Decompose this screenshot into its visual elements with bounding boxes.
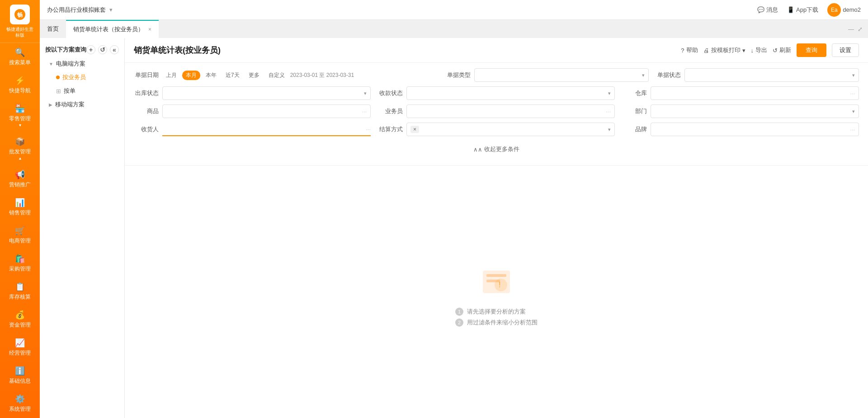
print-btn[interactable]: 🖨 按模板打印 ▾ xyxy=(703,46,745,54)
close-icon[interactable]: × xyxy=(148,26,151,33)
settings-button[interactable]: 设置 xyxy=(832,43,859,57)
tree-group-label: 移动端方案 xyxy=(55,100,85,109)
user-menu[interactable]: Ea demo2 xyxy=(827,3,861,17)
query-button[interactable]: 查询 xyxy=(797,43,826,57)
sidebar-item-label: 资金管理 xyxy=(9,321,31,329)
purchase-icon: 🛍️ xyxy=(15,254,25,264)
status-label: 单据状态 xyxy=(656,71,681,79)
ship-select[interactable]: ▾ xyxy=(162,86,371,100)
status-select[interactable]: ▾ xyxy=(684,68,859,82)
refresh-label: 刷新 xyxy=(779,46,791,54)
panel-header: 按以下方案查询 + ↺ « xyxy=(40,43,124,57)
topbar: 办公用品行业模拟账套 ▾ 💬 消息 📱 App下载 Ea demo2 xyxy=(40,0,868,20)
filter-row-1: 单据日期 上月 本月 本年 近7天 更多 自定义 2023-03-01 至 20… xyxy=(134,68,859,82)
collapse-btn[interactable]: ∧∧ 收起更多条件 xyxy=(466,142,527,156)
logo-icon: 畅 xyxy=(10,5,30,24)
sidebar-item-retail[interactable]: 🏪 零售管理 ▾ xyxy=(0,99,40,132)
chevron-down-icon: ▾ xyxy=(608,90,611,96)
tabbar: 首页 销货单统计表（按业务员） × — ⤢ xyxy=(40,20,868,38)
date-tab-this-year[interactable]: 本年 xyxy=(202,71,220,80)
page-actions: ? 帮助 🖨 按模板打印 ▾ ↓ 导出 ↺ 刷新 xyxy=(681,43,859,57)
date-tab-more[interactable]: 更多 xyxy=(245,71,263,80)
date-tab-custom[interactable]: 自定义 xyxy=(265,71,288,80)
tab-sales-stat[interactable]: 销货单统计表（按业务员） × xyxy=(66,20,159,38)
logo-text: 畅捷通好生意 标版 xyxy=(4,26,36,38)
sidebar-item-label: 基础信息 xyxy=(9,377,31,385)
sidebar-item-finance[interactable]: 💰 资金管理 xyxy=(0,305,40,333)
tab-home[interactable]: 首页 xyxy=(40,20,66,38)
tree-item-by-salesperson[interactable]: 按业务员 xyxy=(40,71,124,84)
date-label: 单据日期 xyxy=(134,71,159,79)
avatar: Ea xyxy=(827,3,841,17)
warehouse-label: 仓库 xyxy=(622,89,647,97)
dots-icon: ··· xyxy=(850,90,855,97)
goods-input[interactable]: ··· xyxy=(162,104,371,118)
page-header: 销货单统计表(按业务员) ? 帮助 🖨 按模板打印 ▾ ↓ 导出 xyxy=(125,38,868,63)
sidebar-item-search[interactable]: 🔍 搜索菜单 xyxy=(0,43,40,71)
sidebar-item-ecommerce[interactable]: 🛒 电商管理 xyxy=(0,221,40,249)
empty-illustration: ! xyxy=(474,257,519,302)
settlement-clear-btn[interactable]: × xyxy=(410,126,419,133)
type-label: 单据类型 xyxy=(446,71,471,79)
salesperson-label: 业务员 xyxy=(378,107,403,115)
sidebar-item-sales[interactable]: 📊 销售管理 xyxy=(0,193,40,221)
tree: ▼ 电脑端方案 按业务员 ⊞ 按单 ▶ 移动端方案 xyxy=(40,57,124,111)
collapse-panel-btn[interactable]: « xyxy=(110,45,119,54)
arrow-right-icon: ▶ xyxy=(49,102,52,107)
receiver-input[interactable] xyxy=(162,126,366,133)
brand-input[interactable]: ··· xyxy=(651,123,859,136)
type-select[interactable]: ▾ xyxy=(474,68,649,82)
sidebar-item-label: 搜索菜单 xyxy=(9,59,31,66)
tree-group-mobile[interactable]: ▶ 移动端方案 xyxy=(40,98,124,111)
sidebar-item-purchase[interactable]: 🛍️ 采购管理 xyxy=(0,249,40,277)
tree-item-by-order[interactable]: ⊞ 按单 xyxy=(40,84,124,98)
filter-goods: 商品 ··· xyxy=(134,104,371,118)
download-icon: 📱 xyxy=(787,6,794,13)
company-dropdown-icon[interactable]: ▾ xyxy=(109,6,113,13)
dept-select[interactable]: ▾ xyxy=(651,104,859,118)
svg-text:!: ! xyxy=(499,281,500,289)
sidebar-item-basic[interactable]: ℹ️ 基础信息 xyxy=(0,361,40,390)
svg-rect-3 xyxy=(486,274,506,277)
date-control: 上月 本月 本年 近7天 更多 自定义 2023-03-01 至 2023-03… xyxy=(162,71,439,80)
refresh-btn[interactable]: ↺ 刷新 xyxy=(773,46,791,54)
sidebar-item-label: 快捷导航 xyxy=(9,87,31,95)
tab-home-label: 首页 xyxy=(47,25,59,33)
date-tab-last-month[interactable]: 上月 xyxy=(162,71,180,80)
sidebar-item-marketing[interactable]: 📢 营销推广 xyxy=(0,165,40,193)
marketing-icon: 📢 xyxy=(15,170,25,180)
expand-icon[interactable]: ⤢ xyxy=(858,26,863,33)
svg-point-5 xyxy=(495,279,507,291)
filter-row-3: 商品 ··· 业务员 ··· xyxy=(134,104,859,118)
filter-status: 单据状态 ▾ xyxy=(656,68,859,82)
active-dot-icon xyxy=(56,76,60,79)
settlement-select[interactable]: × ▾ xyxy=(406,123,615,136)
help-icon: ? xyxy=(681,47,684,54)
salesperson-input[interactable]: ··· xyxy=(406,104,615,118)
warehouse-input[interactable]: ··· xyxy=(651,86,859,100)
filter-payment: 收款状态 ▾ xyxy=(378,86,615,100)
sidebar-item-shortcut[interactable]: ⚡ 快捷导航 xyxy=(0,71,40,99)
empty-state: ! 1 请先选择要分析的方案 2 用过滤条件来缩小分析范围 xyxy=(125,166,868,418)
arrow-down-icon: ▼ xyxy=(49,62,53,66)
download-btn[interactable]: 📱 App下载 xyxy=(787,6,818,14)
sidebar-item-inventory[interactable]: 📋 库存核算 xyxy=(0,277,40,305)
date-tab-this-month[interactable]: 本月 xyxy=(182,71,200,80)
filter-warehouse: 仓库 ··· xyxy=(622,86,859,100)
payment-select[interactable]: ▾ xyxy=(406,86,615,100)
refresh-scheme-btn[interactable]: ↺ xyxy=(98,45,107,54)
add-scheme-btn[interactable]: + xyxy=(86,45,95,54)
help-btn[interactable]: ? 帮助 xyxy=(681,46,698,54)
chevron-down-icon: ▾ xyxy=(852,109,855,114)
sidebar-item-label: 营销推广 xyxy=(9,181,31,189)
sidebar-item-wholesale[interactable]: 📦 批发管理 ▴ xyxy=(0,132,40,165)
sidebar-item-system[interactable]: ⚙️ 系统管理 xyxy=(0,390,40,418)
message-btn[interactable]: 💬 消息 xyxy=(757,6,778,14)
chevron-down-icon: ▾ xyxy=(364,90,367,96)
minimize-icon[interactable]: — xyxy=(848,26,854,33)
export-btn[interactable]: ↓ 导出 xyxy=(751,46,768,54)
sidebar-item-management[interactable]: 📈 经营管理 xyxy=(0,333,40,361)
date-tab-7days[interactable]: 近7天 xyxy=(222,71,243,80)
tree-group-desktop[interactable]: ▼ 电脑端方案 xyxy=(40,57,124,71)
tree-item-label: 按单 xyxy=(64,87,75,95)
